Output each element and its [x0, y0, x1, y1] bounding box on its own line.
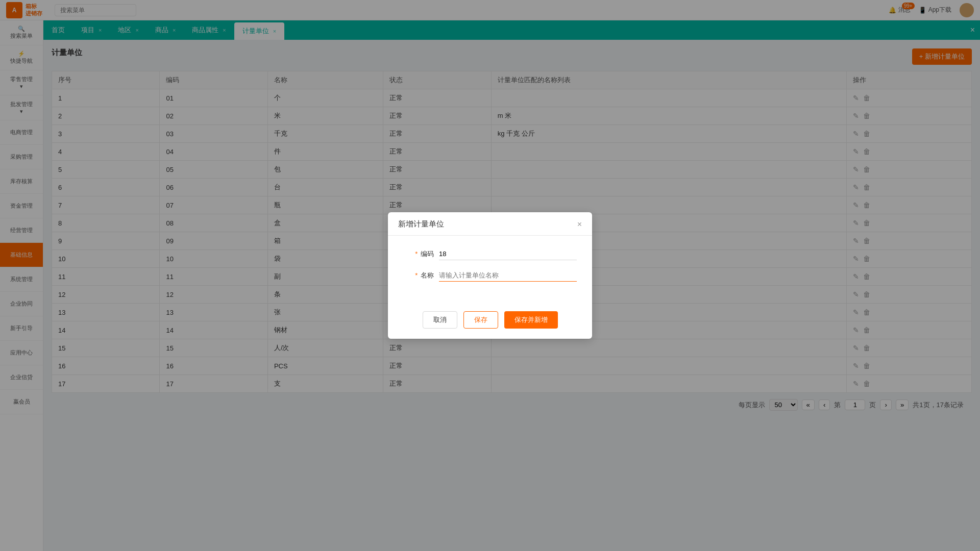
save-button[interactable]: 保存: [463, 311, 498, 329]
modal-title: 新增计量单位: [398, 219, 444, 229]
code-required-star: *: [415, 250, 418, 258]
code-input[interactable]: [439, 248, 577, 260]
save-and-new-button[interactable]: 保存并新增: [504, 311, 558, 329]
modal-header: 新增计量单位 ×: [388, 212, 592, 236]
name-label: * 名称: [403, 271, 434, 280]
modal-close-button[interactable]: ×: [577, 220, 582, 229]
modal-overlay[interactable]: 新增计量单位 × * 编码 * 名称 取消 保存 保存并新增: [0, 0, 980, 551]
form-row-name: * 名称: [403, 269, 577, 282]
modal-footer: 取消 保存 保存并新增: [388, 303, 592, 339]
modal-body: * 编码 * 名称: [388, 236, 592, 303]
name-required-star: *: [415, 271, 418, 279]
name-input[interactable]: [439, 269, 577, 282]
form-row-code: * 编码: [403, 248, 577, 260]
code-label: * 编码: [403, 249, 434, 259]
add-unit-modal: 新增计量单位 × * 编码 * 名称 取消 保存 保存并新增: [388, 212, 592, 339]
cancel-button[interactable]: 取消: [423, 311, 457, 329]
